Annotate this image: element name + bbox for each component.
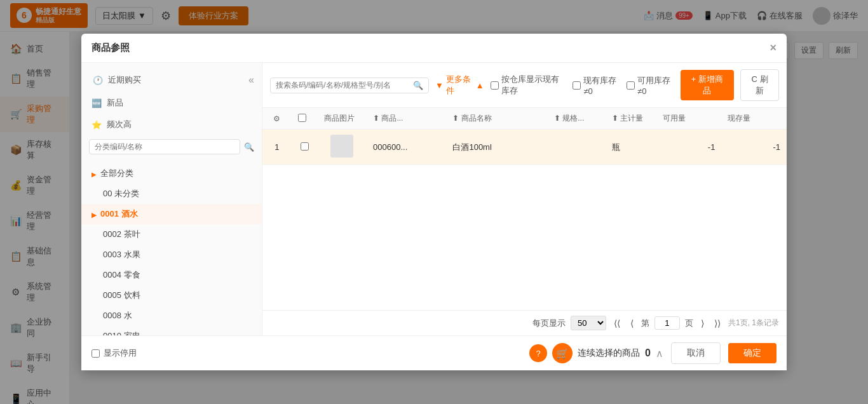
category-0002[interactable]: 0002 茶叶 xyxy=(81,224,262,245)
cart-count-badge: 0 xyxy=(645,347,651,359)
total-info: 共1页, 1条记录 xyxy=(728,318,779,328)
prev-page-button[interactable]: ⟨ xyxy=(628,317,636,330)
row-unit: 瓶 xyxy=(606,130,656,165)
help-icon[interactable]: ? xyxy=(529,344,547,362)
page-size-label: 每页显示 xyxy=(532,318,566,329)
category-search-input[interactable] xyxy=(89,139,240,154)
refresh-table-button[interactable]: C 刷新 xyxy=(740,69,779,101)
settings-col-icon[interactable]: ⚙ xyxy=(273,114,280,123)
product-table-wrap: ⚙ 商品图片 ⬆ 商品... xyxy=(262,108,787,310)
category-all[interactable]: 全部分类 xyxy=(81,163,262,184)
modal-main-content: 🔍 ▼ 更多条件 ▲ 按仓库显示现有库存 现有库存≠0 xyxy=(262,63,787,335)
row-select-checkbox[interactable] xyxy=(301,142,309,151)
available-stock-check[interactable] xyxy=(627,81,635,90)
row-name: 白酒100ml xyxy=(446,130,548,165)
col-gear: ⚙ xyxy=(262,108,292,130)
sort-icon: ⬆ xyxy=(373,114,379,123)
modal-toolbar: 🔍 ▼ 更多条件 ▲ 按仓库显示现有库存 现有库存≠0 xyxy=(262,63,787,108)
row-num: 1 xyxy=(262,130,292,165)
row-stock: -1 xyxy=(721,130,787,165)
warehouse-stock-checkbox[interactable]: 按仓库显示现有库存 xyxy=(491,74,567,97)
modal-title: 商品参照 xyxy=(92,42,130,54)
first-page-button[interactable]: ⟨⟨ xyxy=(611,317,623,330)
page-input[interactable] xyxy=(654,316,680,330)
col-available-header: 可用量 xyxy=(656,108,722,130)
page-label: 第 xyxy=(641,318,649,329)
col-spec-header[interactable]: ⬆ 规格... xyxy=(548,108,606,130)
product-table: ⚙ 商品图片 ⬆ 商品... xyxy=(262,108,787,165)
table-header: ⚙ 商品图片 ⬆ 商品... xyxy=(262,108,787,130)
show-disabled-checkbox[interactable]: 显示停用 xyxy=(92,347,137,359)
spec-sort-icon: ⬆ xyxy=(554,114,560,123)
page-size-select[interactable]: 10 20 50 100 xyxy=(571,316,606,330)
unit-sort-icon: ⬆ xyxy=(612,114,618,123)
category-00[interactable]: 00 未分类 xyxy=(81,184,262,204)
disabled-check[interactable] xyxy=(92,349,100,358)
new-products[interactable]: 🆕 新品 xyxy=(81,92,262,114)
col-code-header[interactable]: ⬆ 商品... xyxy=(367,108,446,130)
row-spec xyxy=(548,130,606,165)
footer-collapse-button[interactable]: ∧ xyxy=(656,347,663,360)
clock-icon: 🕐 xyxy=(93,76,103,85)
category-0005[interactable]: 0005 饮料 xyxy=(81,285,262,306)
row-image xyxy=(318,130,367,165)
cancel-button[interactable]: 取消 xyxy=(671,342,721,364)
col-unit-header[interactable]: ⬆ 主计量 xyxy=(606,108,656,130)
product-search-input[interactable] xyxy=(276,81,409,90)
last-page-button[interactable]: ⟩⟩ xyxy=(712,317,723,330)
table-body: 1 000600... 白酒100ml xyxy=(262,130,787,165)
category-0003[interactable]: 0003 水果 xyxy=(81,245,262,265)
modal-header: 商品参照 × xyxy=(81,34,787,63)
product-reference-modal: 商品参照 × 🕐 近期购买 « 🆕 新品 xyxy=(81,34,787,370)
filter-arrow-icon: ▲ xyxy=(476,81,484,90)
more-filter-button[interactable]: ▼ 更多条件 ▲ xyxy=(435,74,484,97)
modal-body: 🕐 近期购买 « 🆕 新品 ⭐ 频次高 🔍 xyxy=(81,63,787,335)
modal-footer: 显示停用 ? 🛒 连续选择的商品 0 ∧ 取消 确定 xyxy=(81,335,787,370)
current-stock-checkbox[interactable]: 现有库存≠0 xyxy=(573,75,620,96)
confirm-button[interactable]: 确定 xyxy=(728,343,776,363)
warehouse-stock-check[interactable] xyxy=(491,81,499,90)
row-checkbox[interactable] xyxy=(292,130,318,165)
sidebar-collapse-button[interactable]: « xyxy=(248,74,254,86)
category-expand-icon xyxy=(92,210,97,219)
category-search: 🔍 xyxy=(81,135,262,158)
col-checkbox xyxy=(292,108,318,130)
available-stock-checkbox[interactable]: 可用库存≠0 xyxy=(627,75,674,96)
search-submit-icon[interactable]: 🔍 xyxy=(413,81,423,90)
cart-button[interactable]: 🛒 xyxy=(552,343,573,363)
col-stock-header: 现存量 xyxy=(721,108,787,130)
col-name-header[interactable]: ⬆ 商品名称 xyxy=(446,108,548,130)
select-all-checkbox[interactable] xyxy=(298,114,306,122)
product-image-placeholder xyxy=(330,135,353,158)
row-code: 000600... xyxy=(367,130,446,165)
product-search-wrap: 🔍 xyxy=(270,77,429,93)
name-sort-icon: ⬆ xyxy=(452,114,459,123)
table-row[interactable]: 1 000600... 白酒100ml xyxy=(262,130,787,165)
cart-area: ? 🛒 连续选择的商品 0 ∧ xyxy=(529,343,663,363)
continuous-select-label: 连续选择的商品 xyxy=(578,347,640,359)
star-icon: ⭐ xyxy=(92,120,102,130)
modal-close-button[interactable]: × xyxy=(770,41,776,55)
frequent-products[interactable]: ⭐ 频次高 xyxy=(81,114,262,135)
current-stock-check[interactable] xyxy=(573,81,581,90)
modal-sidebar: 🕐 近期购买 « 🆕 新品 ⭐ 频次高 🔍 xyxy=(81,63,262,335)
category-0008[interactable]: 0008 水 xyxy=(81,306,262,326)
pagination-bar: 每页显示 10 20 50 100 ⟨⟨ ⟨ 第 页 ⟩ ⟩⟩ 共1页, 1条记… xyxy=(262,310,787,335)
page-label-after: 页 xyxy=(685,318,693,329)
new-icon: 🆕 xyxy=(92,98,102,108)
add-product-button[interactable]: + 新增商品 xyxy=(681,70,735,100)
modal-sidebar-nav: 🕐 近期购买 xyxy=(89,72,145,88)
expand-icon xyxy=(92,169,97,178)
modal-sidebar-header: 🕐 近期购买 « xyxy=(81,68,262,92)
category-0001[interactable]: 0001 酒水 xyxy=(81,204,262,224)
next-page-button[interactable]: ⟩ xyxy=(698,317,707,330)
filter-icon: ▼ xyxy=(435,81,444,90)
category-0004[interactable]: 0004 零食 xyxy=(81,265,262,285)
search-icon[interactable]: 🔍 xyxy=(244,142,254,152)
category-0010[interactable]: 0010 家电 xyxy=(81,326,262,335)
recent-purchases[interactable]: 🕐 近期购买 xyxy=(89,72,145,88)
row-available: -1 xyxy=(656,130,722,165)
modal-overlay: 商品参照 × 🕐 近期购买 « 🆕 新品 xyxy=(0,0,868,404)
col-img-header: 商品图片 xyxy=(318,108,367,130)
